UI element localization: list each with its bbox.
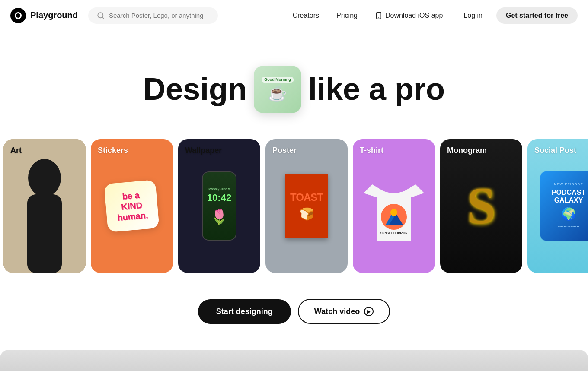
hero-card-emoji: ☕ (268, 85, 287, 102)
start-designing-button[interactable]: Start designing (198, 299, 291, 324)
search-icon (97, 12, 105, 19)
category-card-poster[interactable]: Poster TOAST 🍞 (265, 139, 348, 273)
hero-section: Design Good Morning ☕ like a pro (0, 31, 588, 135)
navbar: Playground Creators Pricing Download iOS… (0, 0, 588, 31)
poster-content: TOAST 🍞 (265, 139, 348, 273)
hero-card-text: Good Morning (262, 77, 293, 83)
svg-point-5 (28, 159, 61, 197)
category-card-social[interactable]: Social Post NEW EPISODE PODCAST GALAXY 🌍… (527, 139, 588, 273)
podcast-tag: NEW EPISODE (554, 182, 583, 186)
play-icon: ▶ (364, 307, 374, 316)
phone-time: 10:42 (207, 192, 231, 203)
monogram-content: S (440, 139, 522, 273)
watch-video-label: Watch video (314, 307, 360, 316)
hero-word1: Design (143, 72, 247, 106)
logo-text: Playground (30, 10, 78, 20)
svg-point-10 (390, 209, 397, 216)
poster-text: TOAST (290, 191, 323, 203)
social-content: NEW EPISODE PODCAST GALAXY 🌍 〜〜〜〜〜 (527, 139, 588, 273)
nav-links: Creators Pricing Download iOS app (293, 12, 443, 19)
search-input[interactable] (109, 12, 209, 19)
podcast-title: PODCAST GALAXY (546, 189, 588, 204)
cat-poster-bg: TOAST 🍞 (265, 139, 348, 273)
tshirt-svg: SUNSET HORIZON (364, 167, 424, 245)
cat-wallpaper-bg: Monday, June 5 10:42 🌷 (178, 139, 260, 273)
art-person (3, 139, 86, 273)
logo[interactable]: Playground (10, 8, 78, 23)
category-label-social: Social Post (534, 146, 576, 155)
phone-icon (375, 12, 383, 19)
login-button[interactable]: Log in (457, 8, 489, 23)
hero-card: Good Morning ☕ (254, 66, 301, 113)
search-bar[interactable] (88, 7, 218, 24)
svg-rect-6 (27, 194, 62, 273)
logo-icon-inner (15, 12, 22, 19)
category-label-stickers: Stickers (98, 146, 128, 155)
category-label-wallpaper: Wallpaper (185, 146, 222, 155)
podcast-card: NEW EPISODE PODCAST GALAXY 🌍 〜〜〜〜〜 (540, 171, 588, 241)
category-card-art[interactable]: Art (3, 139, 86, 273)
category-label-tshirt: T-shirt (360, 146, 383, 155)
svg-text:SUNSET HORIZON: SUNSET HORIZON (380, 231, 408, 235)
podcast-globe: 🌍 (561, 207, 576, 221)
phone-mockup: Monday, June 5 10:42 🌷 (202, 171, 236, 241)
category-card-stickers[interactable]: Stickers be aKINDhuman. (91, 139, 173, 273)
tshirt-content: SUNSET HORIZON (353, 139, 435, 273)
category-card-wallpaper[interactable]: Wallpaper Monday, June 5 10:42 🌷 (178, 139, 260, 273)
poster-inner: TOAST 🍞 (285, 174, 328, 238)
svg-line-1 (102, 17, 104, 18)
hero-title: Design Good Morning ☕ like a pro (143, 66, 445, 113)
cat-social-bg: NEW EPISODE PODCAST GALAXY 🌍 〜〜〜〜〜 (527, 139, 588, 273)
sticker-bubble: be aKINDhuman. (104, 180, 160, 232)
nav-actions: Log in Get started for free (457, 7, 578, 24)
monogram-letter: S (467, 180, 496, 232)
cat-monogram-bg: S (440, 139, 522, 273)
sticker-content: be aKINDhuman. (91, 139, 173, 273)
categories-track: Art Stickers (0, 135, 588, 277)
logo-icon (10, 8, 26, 23)
tulip-emoji: 🌷 (211, 209, 228, 225)
sticker-text: be aKINDhuman. (115, 189, 148, 223)
poster-emoji: 🍞 (299, 207, 314, 221)
category-card-monogram[interactable]: Monogram S (440, 139, 522, 273)
watch-video-button[interactable]: Watch video ▶ (298, 299, 390, 324)
cta-row: Start designing Watch video ▶ (0, 299, 588, 350)
wallpaper-content: Monday, June 5 10:42 🌷 (178, 139, 260, 273)
art-svg (3, 139, 86, 273)
nav-ios-label: Download iOS app (385, 12, 443, 19)
nav-creators[interactable]: Creators (293, 12, 319, 19)
hero-word2: like a pro (308, 72, 445, 106)
cat-art-bg (3, 139, 86, 273)
category-label-art: Art (10, 146, 22, 155)
nav-pricing[interactable]: Pricing (336, 12, 358, 19)
cat-tshirt-bg: SUNSET HORIZON (353, 139, 435, 273)
get-started-button[interactable]: Get started for free (496, 7, 578, 24)
category-label-poster: Poster (272, 146, 297, 155)
hero-card-inner: Good Morning ☕ (254, 66, 301, 113)
cat-stickers-bg: be aKINDhuman. (91, 139, 173, 273)
categories-section: Art Stickers (0, 135, 588, 286)
podcast-wave: 〜〜〜〜〜 (558, 224, 579, 230)
footer-bar (0, 350, 588, 371)
category-card-tshirt[interactable]: T-shirt SUNSET HORIZ (353, 139, 435, 273)
phone-date: Monday, June 5 (208, 187, 230, 190)
category-label-monogram: Monogram (447, 146, 487, 155)
phone-screen: Monday, June 5 10:42 🌷 (203, 172, 236, 240)
nav-ios[interactable]: Download iOS app (375, 12, 443, 19)
